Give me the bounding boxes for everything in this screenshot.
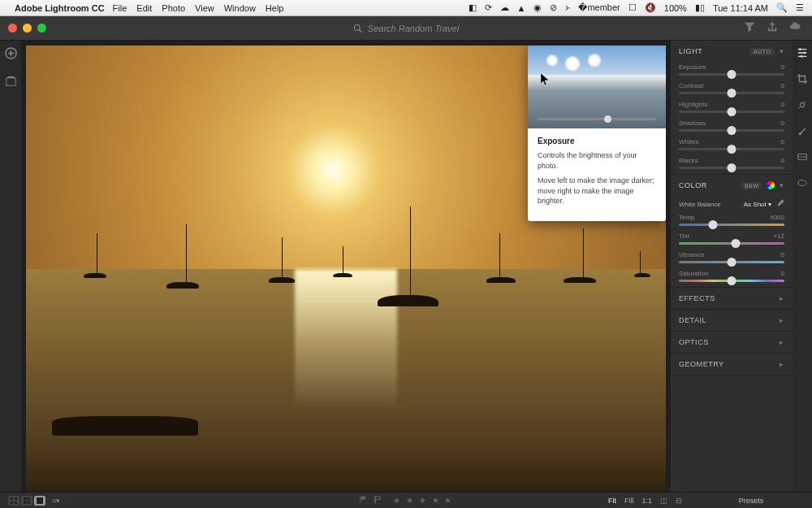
chevron-right-icon: ▸ — [780, 338, 784, 346]
wifi-icon[interactable]: �member — [578, 2, 620, 13]
zoom-fill-button[interactable]: Fill — [624, 497, 634, 505]
color-section-header[interactable]: COLOR B&W ▾ — [671, 175, 793, 196]
minimize-window-button[interactable] — [23, 24, 32, 33]
svg-point-7 — [801, 55, 803, 58]
tray-icon[interactable]: ⟳ — [485, 2, 492, 13]
app-name[interactable]: Adobe Lightroom CC — [15, 3, 105, 13]
tooltip-text: Move left to make the image darker; move… — [538, 176, 656, 206]
color-mixer-icon[interactable] — [767, 181, 775, 189]
search-placeholder: Search Random Travel — [368, 24, 459, 33]
search-box[interactable]: Search Random Travel — [353, 24, 459, 33]
svg-point-6 — [803, 52, 806, 54]
share-icon[interactable] — [767, 21, 778, 36]
bluetooth-icon[interactable]: ᚛ — [565, 2, 570, 13]
svg-rect-14 — [11, 501, 13, 504]
menu-file[interactable]: File — [113, 3, 127, 13]
star-rating[interactable]: ★ ★ ★ ★ ★ — [393, 496, 453, 505]
slider-value: 0 — [781, 119, 784, 127]
slider-value: 0 — [781, 157, 784, 164]
effects-section-header[interactable]: EFFECTS ▸ — [671, 288, 793, 309]
slider-shadows[interactable]: Shadows0 — [671, 118, 793, 137]
chevron-right-icon: ▸ — [780, 316, 784, 324]
optics-section-header[interactable]: OPTICS ▸ — [671, 332, 793, 353]
flag-pick-icon[interactable] — [359, 497, 371, 506]
zoom-1to1-button[interactable]: 1:1 — [641, 497, 652, 505]
bottom-toolbar: ≡▾ ★ ★ ★ ★ ★ Fit Fill 1:1 ◫ ⊟ Presets — [0, 492, 812, 508]
menu-window[interactable]: Window — [224, 3, 256, 13]
sort-icon[interactable]: ≡▾ — [52, 497, 60, 505]
slider-tint[interactable]: Tint+12 — [671, 231, 793, 250]
edited-photo: Exposure Controls the brightness of your… — [26, 46, 666, 492]
menu-icon[interactable]: ☰ — [796, 2, 804, 13]
slider-exposure[interactable]: Exposure0 — [671, 62, 793, 80]
cloud-icon[interactable] — [789, 21, 801, 36]
photo-canvas[interactable]: Exposure Controls the brightness of your… — [21, 41, 671, 492]
svg-point-0 — [354, 24, 360, 30]
slider-contrast[interactable]: Contrast0 — [671, 80, 793, 99]
tooltip-title: Exposure — [538, 137, 656, 145]
tray-icon[interactable]: ▲ — [517, 3, 526, 13]
tray-icon[interactable]: ◉ — [533, 2, 542, 13]
white-balance-dropdown[interactable]: As Shot ▾ — [744, 201, 771, 208]
slider-blacks[interactable]: Blacks0 — [671, 155, 793, 174]
grid-view-button[interactable] — [8, 496, 19, 506]
chevron-down-icon[interactable]: ▾ — [780, 47, 784, 55]
crop-icon[interactable] — [797, 73, 808, 88]
window-traffic-lights — [8, 24, 46, 33]
zoom-window-button[interactable] — [37, 24, 46, 33]
presets-button[interactable]: Presets — [690, 497, 812, 505]
slider-temp[interactable]: Temp5000 — [671, 212, 793, 231]
tooltip-preview-image — [528, 46, 666, 128]
tray-icon[interactable]: ☐ — [628, 2, 637, 13]
volume-icon[interactable]: 🔇 — [645, 2, 656, 13]
chevron-down-icon[interactable]: ▾ — [780, 181, 784, 189]
svg-rect-12 — [11, 497, 13, 500]
tooltip-preview-slider — [538, 118, 656, 120]
search-icon[interactable]: 🔍 — [776, 2, 788, 13]
menu-help[interactable]: Help — [266, 3, 284, 13]
bw-toggle[interactable]: B&W — [741, 182, 762, 189]
healing-brush-icon[interactable] — [797, 99, 808, 114]
battery-percent: 100% — [664, 3, 687, 13]
compare-icon[interactable]: ◫ — [660, 497, 667, 505]
menu-view[interactable]: View — [195, 3, 214, 13]
section-label: EFFECTS — [679, 294, 715, 302]
system-tray: ◧ ⟳ ☁ ▲ ◉ ⊘ ᚛ �member ☐ 🔇 100% ▮▯ Tue 11… — [469, 2, 804, 13]
edit-sliders-icon[interactable] — [797, 47, 808, 62]
close-window-button[interactable] — [8, 24, 17, 33]
chevron-right-icon: ▸ — [780, 360, 784, 368]
macos-menubar: Adobe Lightroom CC File Edit Photo View … — [0, 0, 812, 16]
geometry-section-header[interactable]: GEOMETRY ▸ — [671, 354, 793, 375]
menu-photo[interactable]: Photo — [162, 3, 185, 13]
auto-button[interactable]: AUTO — [749, 48, 775, 55]
slider-highlights[interactable]: Highlights0 — [671, 99, 793, 118]
slider-value: 0 — [781, 251, 784, 258]
linear-gradient-icon[interactable] — [797, 151, 808, 166]
right-tool-rail — [793, 41, 812, 492]
filmstrip-toggle-icon[interactable]: ⊟ — [676, 497, 682, 505]
slider-value: 0 — [781, 270, 784, 277]
eyedropper-icon[interactable] — [776, 199, 784, 209]
white-balance-label: White Balance — [679, 201, 721, 208]
section-label: COLOR — [679, 181, 707, 189]
tray-icon[interactable]: ⊘ — [550, 2, 557, 13]
filter-icon[interactable] — [744, 21, 755, 36]
light-section-header[interactable]: LIGHT AUTO ▾ — [671, 41, 793, 62]
slider-saturation[interactable]: Saturation0 — [671, 268, 793, 287]
tray-icon[interactable]: ☁ — [500, 2, 509, 13]
clock[interactable]: Tue 11:14 AM — [713, 3, 768, 13]
library-icon[interactable] — [5, 76, 17, 91]
detail-section-header[interactable]: DETAIL ▸ — [671, 310, 793, 331]
flag-reject-icon[interactable] — [373, 497, 385, 506]
square-grid-button[interactable] — [21, 496, 32, 506]
brush-icon[interactable] — [797, 125, 808, 140]
tray-icon[interactable]: ◧ — [469, 2, 477, 13]
menu-edit[interactable]: Edit — [136, 3, 152, 13]
radial-gradient-icon[interactable] — [797, 177, 808, 192]
slider-whites[interactable]: Whites0 — [671, 137, 793, 155]
detail-view-button[interactable] — [34, 496, 45, 506]
zoom-fit-button[interactable]: Fit — [608, 497, 616, 505]
slider-vibrance[interactable]: Vibrance0 — [671, 250, 793, 268]
svg-rect-16 — [24, 497, 27, 501]
add-photos-icon[interactable] — [5, 47, 17, 63]
